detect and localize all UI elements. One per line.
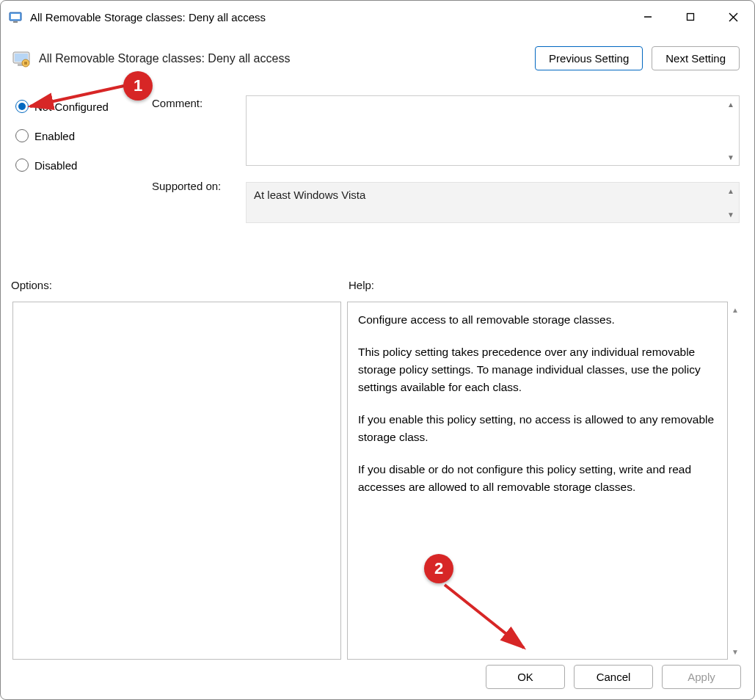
help-section-label: Help: (349, 279, 374, 291)
apply-button[interactable]: Apply (662, 665, 741, 689)
scroll-up-icon[interactable]: ▲ (729, 303, 742, 316)
svg-rect-2 (13, 21, 18, 23)
window-title: All Removable Storage classes: Deny all … (30, 11, 266, 23)
radio-not-configured[interactable]: Not Configured (15, 100, 152, 113)
radio-enabled[interactable]: Enabled (15, 129, 152, 142)
help-panel: Configure access to all removable storag… (347, 302, 728, 660)
dialog-window: All Removable Storage classes: Deny all … (0, 0, 755, 700)
scroll-up-icon[interactable]: ▲ (724, 184, 737, 197)
radio-label: Disabled (34, 159, 77, 172)
titlebar: All Removable Storage classes: Deny all … (1, 1, 754, 33)
supported-on-value: At least Windows Vista (254, 189, 365, 201)
help-paragraph: If you disable or do not configure this … (358, 461, 717, 496)
supported-on-field: At least Windows Vista ▲ ▼ (246, 182, 740, 223)
annotation-callout-2: 2 (424, 554, 453, 583)
help-scrollbar[interactable]: ▲ ▼ (728, 302, 743, 660)
radio-label: Enabled (34, 130, 75, 142)
comment-label: Comment: (152, 97, 246, 109)
options-panel (12, 302, 341, 660)
form-labels-column: Comment: Supported on: (152, 95, 246, 258)
help-paragraph: If you enable this policy setting, no ac… (358, 411, 717, 446)
panels-row: Configure access to all removable storag… (11, 302, 744, 660)
previous-setting-button[interactable]: Previous Setting (535, 46, 643, 70)
nav-buttons: Previous Setting Next Setting (535, 46, 740, 70)
header-row: All Removable Storage classes: Deny all … (11, 46, 744, 70)
ok-button[interactable]: OK (486, 665, 565, 689)
annotation-callout-1: 1 (123, 71, 153, 101)
radio-disabled[interactable]: Disabled (15, 158, 152, 172)
scroll-down-icon[interactable]: ▼ (724, 150, 737, 164)
window-controls (627, 1, 754, 33)
help-wrap: Configure access to all removable storag… (347, 302, 743, 660)
policy-icon (11, 48, 32, 69)
next-setting-button[interactable]: Next Setting (652, 46, 740, 70)
radio-dot-icon (15, 158, 29, 172)
help-paragraph: Configure access to all removable storag… (358, 311, 717, 329)
minimize-button[interactable] (627, 1, 669, 33)
cancel-button[interactable]: Cancel (574, 665, 653, 689)
svg-rect-4 (687, 14, 694, 21)
radio-dot-icon (15, 129, 29, 142)
svg-rect-1 (11, 14, 20, 19)
options-section-label: Options: (11, 279, 349, 291)
scroll-down-icon[interactable]: ▼ (729, 645, 742, 658)
scroll-up-icon[interactable]: ▲ (724, 98, 737, 111)
maximize-button[interactable] (669, 1, 712, 33)
state-radio-group: Not Configured Enabled Disabled (15, 95, 152, 258)
scroll-down-icon[interactable]: ▼ (724, 208, 737, 221)
radio-label: Not Configured (34, 101, 109, 113)
state-area: Not Configured Enabled Disabled Comment:… (11, 95, 744, 258)
app-icon (8, 10, 23, 24)
section-labels: Options: Help: (11, 279, 744, 291)
content-area: All Removable Storage classes: Deny all … (1, 33, 754, 660)
help-paragraph: This policy setting takes precedence ove… (358, 343, 717, 396)
supported-on-label: Supported on: (152, 180, 246, 192)
radio-dot-icon (15, 100, 29, 113)
close-button[interactable] (712, 1, 754, 33)
dialog-footer: OK Cancel Apply (486, 665, 741, 689)
comment-textarea[interactable]: ▲ ▼ (246, 95, 740, 166)
form-fields-column: ▲ ▼ At least Windows Vista ▲ ▼ (246, 95, 740, 258)
policy-title: All Removable Storage classes: Deny all … (39, 52, 290, 65)
svg-rect-11 (24, 62, 27, 65)
